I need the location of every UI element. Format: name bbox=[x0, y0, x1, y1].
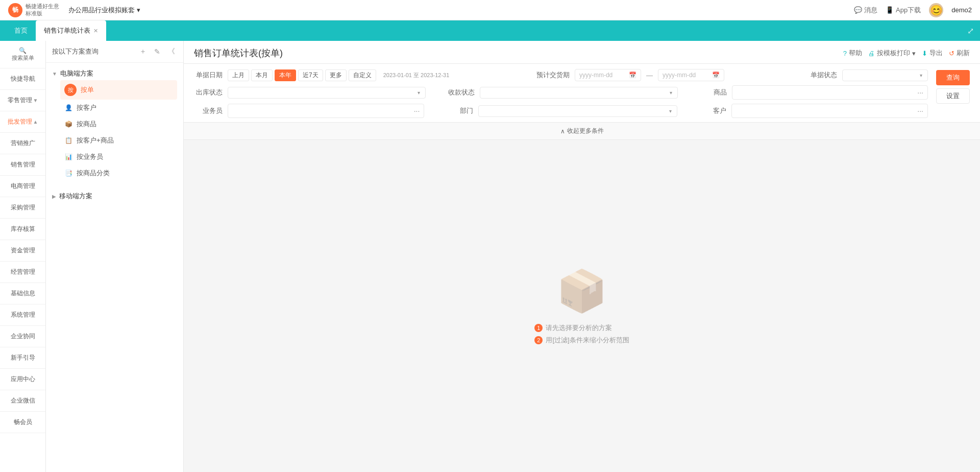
add-scheme-button[interactable]: ＋ bbox=[137, 46, 149, 57]
date-btn-more[interactable]: 更多 bbox=[325, 69, 347, 81]
page-header-actions: ? 帮助 🖨 按模板打印 ▾ ⬇ 导出 ↺ 刷新 bbox=[843, 49, 970, 58]
date-btn-last-month[interactable]: 上月 bbox=[228, 69, 249, 81]
query-button[interactable]: 查询 bbox=[936, 70, 970, 85]
scheme-panel-header: 按以下方案查询 ＋ ✎ 《 bbox=[46, 41, 183, 63]
sidebar-item-inventory[interactable]: 库存核算 bbox=[0, 219, 45, 240]
collapse-text: ∧ 收起更多条件 bbox=[560, 127, 604, 135]
sidebar-item-wholesale[interactable]: 批发管理 ▲ bbox=[0, 111, 45, 133]
scheme-item-by-product[interactable]: 📦 按商品 bbox=[60, 116, 177, 132]
help-icon: ? bbox=[843, 50, 847, 57]
sidebar-item-system[interactable]: 系统管理 bbox=[0, 304, 45, 326]
date-btn-custom[interactable]: 自定义 bbox=[349, 69, 376, 81]
sidebar-item-search[interactable]: 🔍 搜索菜单 bbox=[0, 41, 45, 68]
sidebar-item-vip[interactable]: 畅会员 bbox=[0, 412, 45, 433]
sidebar-item-sales[interactable]: 销售管理 bbox=[0, 154, 45, 176]
table-icon: 📑 bbox=[64, 169, 72, 177]
order-status-label: 单据状态 bbox=[808, 70, 837, 80]
scheme-item-by-salesperson[interactable]: 📊 按业务员 bbox=[60, 149, 177, 165]
scheme-item-by-order[interactable]: 按 按单 bbox=[60, 80, 177, 100]
sidebar-item-quick-nav[interactable]: 快捷导航 bbox=[0, 68, 45, 90]
shipment-status-select[interactable]: ▾ bbox=[228, 87, 426, 99]
refresh-icon: ↺ bbox=[949, 50, 954, 57]
top-bar-right: 💬 消息 📱 App下载 😊 demo2 bbox=[854, 3, 972, 17]
tip-num-1: 1 bbox=[534, 324, 543, 332]
date-end-input[interactable]: yyyy-mm-dd 📅 bbox=[658, 69, 724, 81]
print-icon: 🖨 bbox=[868, 50, 875, 57]
empty-tip-1: 1 请先选择要分析的方案 bbox=[534, 323, 629, 333]
scheme-item-by-product-category[interactable]: 📑 按商品分类 bbox=[60, 165, 177, 181]
department-label: 部门 bbox=[445, 106, 473, 115]
product-label: 商品 bbox=[698, 88, 727, 97]
chevron-down-icon: ▾ bbox=[669, 108, 672, 114]
collapse-bar[interactable]: ∧ 收起更多条件 bbox=[184, 122, 980, 140]
sidebar-item-enterprise-wechat[interactable]: 企业微信 bbox=[0, 390, 45, 412]
chart-icon: 📊 bbox=[64, 153, 72, 161]
app-download-action[interactable]: 📱 App下载 bbox=[886, 6, 921, 15]
tip-num-2: 2 bbox=[534, 336, 543, 344]
scheme-panel-title: 按以下方案查询 bbox=[52, 47, 99, 56]
sidebar-item-basic[interactable]: 基础信息 bbox=[0, 283, 45, 304]
chevron-down-icon: ▾ bbox=[912, 50, 916, 57]
order-status-select[interactable]: ▾ bbox=[842, 69, 928, 81]
sidebar: 🔍 搜索菜单 快捷导航 零售管理 ▼ 批发管理 ▲ 营销推广 销售管理 电商管理… bbox=[0, 41, 46, 472]
refresh-button[interactable]: ↺ 刷新 bbox=[949, 49, 970, 58]
salesperson-more-icon[interactable]: ··· bbox=[414, 107, 420, 115]
chevron-down-icon: ▾ bbox=[137, 6, 140, 14]
sidebar-item-marketing[interactable]: 营销推广 bbox=[0, 133, 45, 154]
shipment-status-label: 出库状态 bbox=[194, 88, 223, 97]
template-print-button[interactable]: 🖨 按模板打印 ▾ bbox=[868, 49, 916, 58]
close-icon[interactable]: ✕ bbox=[93, 28, 98, 34]
search-icon: 🔍 bbox=[4, 47, 41, 54]
sidebar-item-retail[interactable]: 零售管理 ▼ bbox=[0, 90, 45, 111]
date-quick-buttons: 上月 本月 本年 近7天 更多 自定义 bbox=[228, 69, 376, 81]
tab-sales-order-stats[interactable]: 销售订单统计表 ✕ bbox=[36, 20, 106, 41]
chevron-right-icon: ▶ bbox=[52, 194, 56, 199]
scheme-category-header-pc[interactable]: ▼ 电脑端方案 bbox=[52, 67, 177, 80]
sidebar-item-finance[interactable]: 资金管理 bbox=[0, 240, 45, 262]
customer-more-icon[interactable]: ··· bbox=[917, 107, 923, 115]
person-icon: 👤 bbox=[64, 104, 72, 112]
payment-status-select[interactable]: ▾ bbox=[480, 87, 678, 99]
sidebar-item-newbie[interactable]: 新手引导 bbox=[0, 347, 45, 369]
sidebar-item-purchase[interactable]: 采购管理 bbox=[0, 197, 45, 219]
content-area: 按以下方案查询 ＋ ✎ 《 ▼ 电脑端方案 按 按单 bbox=[46, 41, 980, 472]
box-person-icon: 📋 bbox=[64, 136, 72, 145]
main-layout: 🔍 搜索菜单 快捷导航 零售管理 ▼ 批发管理 ▲ 营销推广 销售管理 电商管理… bbox=[0, 41, 980, 472]
collapse-scheme-button[interactable]: 《 bbox=[166, 46, 177, 57]
help-button[interactable]: ? 帮助 bbox=[843, 49, 862, 58]
expected-delivery-label: 预计交货期 bbox=[534, 70, 570, 80]
date-start-input[interactable]: yyyy-mm-dd 📅 bbox=[575, 69, 641, 81]
edit-scheme-button[interactable]: ✎ bbox=[152, 46, 163, 57]
top-bar: 畅 畅捷通好生意 标准版 办公用品行业模拟账套 ▾ 💬 消息 📱 App下载 😊… bbox=[0, 0, 980, 20]
expand-icon[interactable]: ⤢ bbox=[967, 26, 974, 36]
tab-home[interactable]: 首页 bbox=[6, 20, 36, 41]
export-icon: ⬇ bbox=[922, 50, 927, 57]
app-selector[interactable]: 办公用品行业模拟账套 ▾ bbox=[64, 4, 144, 17]
scheme-category-header-mobile[interactable]: ▶ 移动端方案 bbox=[52, 190, 177, 203]
date-btn-last-7days[interactable]: 近7天 bbox=[298, 69, 323, 81]
setting-button[interactable]: 设置 bbox=[936, 88, 970, 104]
date-btn-this-year[interactable]: 本年 bbox=[275, 69, 296, 81]
sidebar-item-operation[interactable]: 经营管理 bbox=[0, 262, 45, 283]
mobile-icon: 📱 bbox=[886, 6, 894, 14]
department-select[interactable]: ▾ bbox=[478, 105, 677, 117]
scheme-item-by-customer[interactable]: 👤 按客户 bbox=[60, 100, 177, 116]
sidebar-item-enterprise[interactable]: 企业协同 bbox=[0, 326, 45, 347]
avatar[interactable]: 😊 bbox=[929, 3, 943, 17]
scheme-item-by-customer-product[interactable]: 📋 按客户+商品 bbox=[60, 132, 177, 149]
product-more-icon[interactable]: ··· bbox=[917, 88, 923, 97]
date-field-label: 单据日期 bbox=[194, 70, 223, 80]
chevron-up-icon: ▲ bbox=[33, 119, 38, 125]
sidebar-item-ecommerce[interactable]: 电商管理 bbox=[0, 176, 45, 197]
sidebar-item-app-center[interactable]: 应用中心 bbox=[0, 369, 45, 390]
content-wrapper: 单据日期 上月 本月 本年 近7天 更多 自定义 2023-01-01 至 20… bbox=[184, 64, 980, 472]
scheme-category-pc: ▼ 电脑端方案 按 按单 👤 按客户 📦 按商品 bbox=[46, 63, 183, 185]
message-action[interactable]: 💬 消息 bbox=[854, 6, 877, 15]
date-btn-this-month[interactable]: 本月 bbox=[251, 69, 273, 81]
chevron-down-icon: ▼ bbox=[52, 71, 57, 77]
export-button[interactable]: ⬇ 导出 bbox=[922, 49, 943, 58]
username-label: demo2 bbox=[951, 6, 972, 14]
main-content: 销售订单统计表(按单) ? 帮助 🖨 按模板打印 ▾ ⬇ 导出 bbox=[184, 41, 980, 472]
empty-tips: 1 请先选择要分析的方案 2 用[过滤]条件来缩小分析范围 bbox=[534, 323, 629, 345]
calendar-icon: 📅 bbox=[629, 72, 636, 79]
